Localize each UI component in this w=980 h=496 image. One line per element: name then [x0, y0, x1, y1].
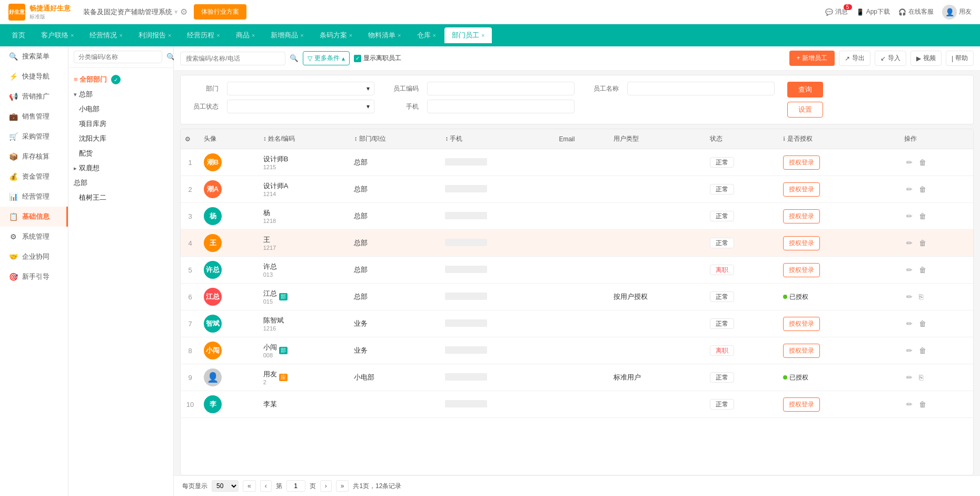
sidebar-item-basic[interactable]: 📋 基础信息	[0, 207, 68, 227]
dept-search-input[interactable]	[74, 51, 162, 63]
sidebar-item-collab[interactable]: 🤝 企业协同	[0, 247, 68, 267]
per-page-select[interactable]: 50 100	[212, 480, 239, 492]
phone-input[interactable]	[427, 100, 575, 113]
edit-btn[interactable]: ✏	[904, 157, 915, 168]
tab-barcode[interactable]: 条码方案 ×	[312, 27, 360, 43]
sidebar-item-purchase[interactable]: 🛒 采购管理	[0, 127, 68, 147]
tab-goods[interactable]: 商品 ×	[229, 27, 262, 43]
edit-btn[interactable]: ✏	[904, 291, 915, 302]
tab-close-active[interactable]: ×	[481, 32, 484, 38]
edit-btn[interactable]: ✏	[904, 265, 915, 275]
user-action[interactable]: 👤 用友	[942, 5, 972, 20]
emp-name-input[interactable]	[627, 82, 775, 95]
edit-btn[interactable]: ✏	[904, 345, 915, 356]
auth-btn[interactable]: 授权登录	[783, 317, 820, 331]
copy-btn[interactable]: ⎘	[917, 291, 925, 302]
dept-general[interactable]: ▾ 总部	[68, 87, 173, 102]
next-page-btn[interactable]: ›	[320, 480, 332, 492]
tab-close[interactable]: ×	[119, 32, 122, 38]
tab-profit[interactable]: 利润报告 ×	[131, 27, 179, 43]
sidebar-item-marketing[interactable]: 📢 营销推广	[0, 86, 68, 106]
auth-btn[interactable]: 授权登录	[783, 182, 820, 197]
edit-btn[interactable]: ✏	[904, 184, 915, 194]
auth-btn[interactable]: 授权登录	[783, 155, 820, 170]
col-name[interactable]: ↕ 姓名/编码	[259, 129, 350, 149]
dept-plant[interactable]: 植树王二	[68, 190, 173, 205]
sidebar-item-system[interactable]: ⚙ 系统管理	[0, 227, 68, 247]
export-btn[interactable]: ↗ 导出	[839, 51, 870, 66]
edit-btn[interactable]: ✏	[904, 318, 915, 329]
auth-btn[interactable]: 授权登录	[783, 263, 820, 277]
sidebar-item-sales[interactable]: 💼 销售管理	[0, 106, 68, 127]
message-action[interactable]: 💬 消息 5	[825, 7, 848, 16]
prev-page-btn[interactable]: ‹	[260, 480, 272, 492]
settings-icon[interactable]: ⚙	[180, 7, 187, 17]
copy-btn[interactable]: ⎘	[917, 372, 925, 383]
dept-hq[interactable]: 总部	[68, 176, 173, 190]
emp-code-input[interactable]	[427, 82, 575, 95]
status-select[interactable]: ▾	[227, 100, 374, 113]
delete-btn[interactable]: 🗑	[917, 211, 928, 221]
tab-close[interactable]: ×	[168, 32, 171, 38]
tab-dept-employee[interactable]: 部门员工 ×	[444, 27, 492, 43]
query-btn[interactable]: 查询	[787, 82, 823, 98]
show-resigned-toggle[interactable]: ✓ 显示离职员工	[354, 54, 401, 63]
edit-btn[interactable]: ✏	[904, 372, 915, 383]
edit-btn[interactable]: ✏	[904, 211, 915, 221]
help-btn[interactable]: | 帮助	[946, 51, 974, 66]
tab-home[interactable]: 首页	[4, 27, 33, 43]
sidebar-item-guide[interactable]: 🎯 新手引导	[0, 267, 68, 287]
tab-operation[interactable]: 经营情况 ×	[82, 27, 130, 43]
system-title-dropdown[interactable]: ▾	[174, 8, 178, 16]
tab-close[interactable]: ×	[349, 32, 352, 38]
online-service-action[interactable]: 🎧 在线客服	[898, 7, 934, 16]
tab-close[interactable]: ×	[398, 32, 401, 38]
sidebar-item-management[interactable]: 📊 经营管理	[0, 187, 68, 207]
edit-btn[interactable]: ✏	[904, 399, 915, 410]
delete-btn[interactable]: 🗑	[917, 345, 928, 356]
delete-btn[interactable]: 🗑	[917, 238, 928, 248]
delete-btn[interactable]: 🗑	[917, 265, 928, 275]
dept-project[interactable]: 项目库房	[68, 116, 173, 131]
last-page-btn[interactable]: »	[336, 480, 349, 492]
dept-shenyang[interactable]: 沈阳大库	[68, 131, 173, 146]
search-btn[interactable]: 🔍	[290, 54, 299, 62]
set-btn[interactable]: 设置	[787, 102, 823, 118]
dept-all[interactable]: ≡ 全部部门 ✓	[68, 72, 173, 87]
auth-btn[interactable]: 授权登录	[783, 397, 820, 412]
tab-close[interactable]: ×	[71, 32, 74, 38]
delete-btn[interactable]: 🗑	[917, 318, 928, 329]
tab-close[interactable]: ×	[216, 32, 220, 38]
search-input[interactable]	[180, 52, 285, 65]
try-btn[interactable]: 体验行业方案	[194, 4, 246, 20]
tab-close[interactable]: ×	[252, 32, 255, 38]
app-download-action[interactable]: 📱 App下载	[856, 7, 890, 16]
col-phone[interactable]: ↕ 手机	[441, 129, 555, 149]
sidebar-item-inventory[interactable]: 📦 库存核算	[0, 147, 68, 167]
auth-btn[interactable]: 授权登录	[783, 344, 820, 358]
dept-select[interactable]: ▾	[227, 82, 374, 95]
col-dept[interactable]: ↕ 部门/职位	[350, 129, 441, 149]
tab-bom[interactable]: 物料清单 ×	[361, 27, 408, 43]
sidebar-item-finance[interactable]: 💰 资金管理	[0, 167, 68, 187]
add-employee-btn[interactable]: + 新增员工	[789, 51, 835, 66]
page-input[interactable]	[286, 480, 305, 492]
auth-btn[interactable]: 授权登录	[783, 209, 820, 223]
tab-close[interactable]: ×	[300, 32, 303, 38]
tab-warehouse[interactable]: 仓库 ×	[410, 27, 443, 43]
tab-customer[interactable]: 客户联络 ×	[34, 27, 81, 43]
import-btn[interactable]: ↙ 导入	[875, 51, 906, 66]
dept-small-elec[interactable]: 小电部	[68, 102, 173, 116]
sidebar-item-nav[interactable]: ⚡ 快捷导航	[0, 66, 68, 86]
tab-addgoods[interactable]: 新增商品 ×	[263, 27, 311, 43]
dept-distribution[interactable]: 配货	[68, 146, 173, 161]
filter-btn[interactable]: ▽ 更多条件 ▴	[303, 51, 350, 65]
edit-btn[interactable]: ✏	[904, 238, 915, 248]
delete-btn[interactable]: 🗑	[917, 399, 928, 410]
first-page-btn[interactable]: «	[243, 480, 256, 492]
tab-history[interactable]: 经营历程 ×	[180, 27, 227, 43]
sidebar-item-search[interactable]: 🔍 搜索菜单	[0, 46, 68, 66]
delete-btn[interactable]: 🗑	[917, 157, 928, 168]
tab-close[interactable]: ×	[433, 32, 436, 38]
dept-shuanglu[interactable]: ▸ 双鹿想	[68, 161, 173, 176]
